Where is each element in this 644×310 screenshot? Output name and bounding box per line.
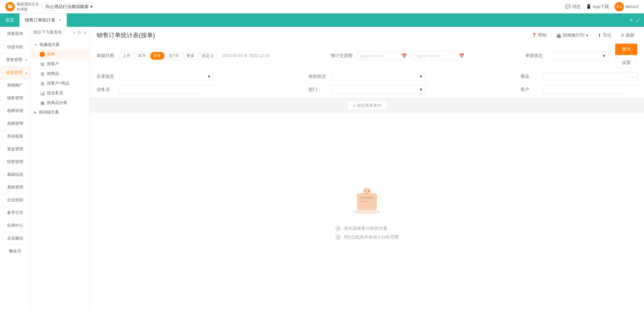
- goods-label: 商品: [521, 73, 539, 80]
- status-dropdown-icon: ▾: [603, 53, 605, 58]
- export-button[interactable]: ⬆ 导出: [595, 31, 614, 40]
- status-select[interactable]: ▾: [548, 51, 608, 60]
- scheme-item-by-product[interactable]: ▤ 按商品: [30, 69, 90, 79]
- close-tab-icon[interactable]: ×: [59, 17, 61, 23]
- sidebar-item-inventory[interactable]: 库存核算: [0, 130, 30, 143]
- sidebar-item-finance[interactable]: 资金管理: [0, 143, 30, 156]
- refresh-button[interactable]: ⟳ 刷新: [618, 31, 637, 40]
- sidebar-item-system[interactable]: 系统管理: [0, 181, 30, 194]
- by-product-label: 按商品: [47, 71, 59, 76]
- collapse-button[interactable]: ∧ 收起更多条件: [347, 101, 387, 110]
- avatar: Ea: [614, 2, 624, 11]
- delivery-status-dropdown-icon: ▾: [208, 74, 210, 79]
- dept-select[interactable]: ▾: [331, 85, 425, 94]
- collapse-scheme-icon[interactable]: «: [84, 30, 86, 35]
- customer-more-icon[interactable]: ...: [631, 87, 634, 92]
- sidebar-item-basic[interactable]: 基础信息: [0, 168, 30, 181]
- sidebar-item-sales[interactable]: 销售管理: [0, 92, 30, 105]
- tip-text-2: 用[过滤]条件来缩小分析范围: [344, 234, 398, 240]
- by-customer-label: 按客户: [47, 61, 59, 67]
- close-window-icon[interactable]: ×: [629, 17, 633, 24]
- filter-row-1: 单据日期 上月 本月 本年 近7天 更多 自定义 2023-01-01 至 20…: [97, 44, 637, 68]
- payment-status-select[interactable]: ▾: [331, 72, 425, 81]
- sidebar-item-marketing[interactable]: 营销推广: [0, 79, 30, 92]
- customer-select[interactable]: ...: [543, 85, 637, 94]
- company-name: 办公用品行业模拟账套: [45, 4, 89, 10]
- search-menu-button[interactable]: 搜索菜单: [3, 30, 27, 38]
- query-button[interactable]: 查询: [615, 44, 637, 55]
- company-select[interactable]: 办公用品行业模拟账套 ▾: [42, 3, 96, 11]
- sidebar-item-purchase[interactable]: 采购管理: [0, 117, 30, 130]
- chevron-down-icon: ▾: [90, 4, 93, 9]
- settings-button[interactable]: 设置: [615, 58, 637, 68]
- this-year-btn[interactable]: 本年: [150, 52, 164, 60]
- quick-nav-button[interactable]: 快捷导航: [0, 42, 30, 52]
- home-tab-label: 首页: [5, 17, 14, 23]
- scheme-group-mobile: ▶ 移动端方案: [30, 108, 90, 117]
- scheme-item-by-order[interactable]: ● 按单: [30, 49, 90, 59]
- message-icon: 💬: [565, 4, 571, 9]
- help-button[interactable]: ❓ 帮助: [529, 31, 549, 40]
- by-salesman-label: 按业务员: [47, 90, 63, 96]
- estimated-date-group: 📅 — 📅: [357, 51, 464, 60]
- export-icon: ⬆: [598, 33, 601, 38]
- scheme-item-by-category[interactable]: ▦ 按商品分类: [30, 98, 90, 108]
- more-btn[interactable]: 更多: [183, 52, 198, 60]
- sidebar-item-wechat[interactable]: 企业微信: [0, 232, 30, 245]
- estimated-date-start[interactable]: [357, 51, 400, 60]
- sidebar-item-ecommerce[interactable]: 电商管理: [0, 105, 30, 117]
- salesman-label: 业务员: [97, 87, 115, 93]
- user-menu-button[interactable]: Ea demo2: [614, 2, 639, 11]
- svg-point-6: [368, 190, 369, 192]
- delivery-status-select[interactable]: ▾: [119, 72, 213, 81]
- sidebar-item-enterprise[interactable]: 企业协同: [0, 194, 30, 207]
- calendar-start-icon[interactable]: 📅: [401, 53, 407, 58]
- print-button[interactable]: 🖨️ 按模板打印 ▾: [553, 31, 591, 40]
- scheme-group-pc-header[interactable]: ▼ 电脑端方案: [30, 40, 90, 49]
- payment-status-dropdown-icon: ▾: [420, 74, 422, 79]
- logo-text: 畅捷通好生意 标准版: [17, 2, 39, 11]
- sidebar-item-wholesale[interactable]: 批发管理 ▴: [0, 66, 30, 79]
- scheme-item-by-customer-product[interactable]: ▤ 按客户+商品: [30, 79, 90, 88]
- product-scheme-icon: ▤: [40, 71, 45, 76]
- collapse-label: 收起更多条件: [357, 103, 381, 108]
- salesman-more-icon[interactable]: ...: [207, 87, 210, 92]
- sidebar-items: 零售管理 ▾ 批发管理 ▴ 营销推广 销售管理 电商管理 采购管理 库存核算: [0, 54, 30, 258]
- category-scheme-icon: ▦: [40, 100, 45, 106]
- logo-area: 畅 畅捷通好生意 标准版: [5, 2, 39, 11]
- salesman-scheme-icon: 📊: [40, 91, 45, 96]
- app-download-button[interactable]: 📱 App下载: [586, 4, 609, 10]
- print-icon: 🖨️: [556, 33, 561, 38]
- svg-point-4: [363, 188, 371, 196]
- date-separator: —: [408, 53, 413, 58]
- salesman-select[interactable]: ...: [119, 85, 213, 94]
- goods-select[interactable]: ...: [543, 72, 637, 81]
- order-scheme-icon: ●: [40, 52, 45, 57]
- sidebar-item-appstore[interactable]: 应用中心: [0, 219, 30, 232]
- scheme-panel: 按以下方案查询 + ⟳ « ▼ 电脑端方案 ● 按单: [30, 27, 90, 310]
- add-scheme-icon[interactable]: +: [73, 30, 75, 35]
- page-actions: ❓ 帮助 🖨️ 按模板打印 ▾ ⬆ 导出 ⟳ 刷新: [529, 31, 637, 40]
- scheme-group-mobile-header[interactable]: ▶ 移动端方案: [30, 108, 90, 117]
- calendar-end-icon[interactable]: 📅: [459, 53, 464, 58]
- scheme-item-by-customer[interactable]: ▤ 按客户: [30, 59, 90, 69]
- tab-home[interactable]: 首页: [0, 13, 19, 27]
- maximize-icon[interactable]: ⤢: [636, 17, 640, 23]
- last7-btn[interactable]: 近7天: [166, 52, 182, 60]
- this-month-btn[interactable]: 本月: [135, 52, 149, 60]
- sidebar-item-newbie[interactable]: 新手引导: [0, 207, 30, 219]
- custom-btn[interactable]: 自定义: [199, 52, 217, 60]
- messages-button[interactable]: 💬 消息: [565, 4, 581, 10]
- tab-sales-stats[interactable]: 销售订单统计表 ×: [19, 13, 67, 27]
- scheme-item-by-salesman[interactable]: 📊 按业务员: [30, 88, 90, 98]
- estimated-date-end[interactable]: [414, 51, 458, 60]
- refresh-scheme-icon[interactable]: ⟳: [77, 30, 82, 35]
- filter-row-2: 出库状态 ▾ 收款状态 ▾ 商品 ...: [97, 72, 637, 81]
- refresh-icon: ⟳: [621, 33, 625, 38]
- sidebar-item-member[interactable]: 畅会员: [0, 245, 30, 258]
- goods-more-icon[interactable]: ...: [631, 74, 634, 79]
- last-month-btn[interactable]: 上月: [119, 52, 133, 60]
- sidebar-item-operation[interactable]: 经营管理: [0, 156, 30, 168]
- scheme-panel-title: 按以下方案查询: [34, 30, 62, 35]
- sidebar-item-retail[interactable]: 零售管理 ▾: [0, 54, 30, 66]
